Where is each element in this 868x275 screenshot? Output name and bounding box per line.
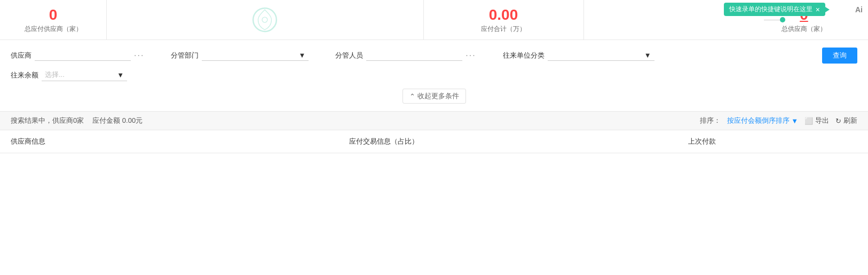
- supplier-input[interactable]: [35, 50, 131, 61]
- refresh-button[interactable]: ↻ 刷新: [835, 116, 857, 125]
- query-button[interactable]: 查询: [822, 48, 857, 64]
- filter-unit-category: 往来单位分类 ▼: [503, 50, 654, 61]
- unit-category-label: 往来单位分类: [503, 51, 545, 60]
- supplier-dots[interactable]: ···: [134, 51, 144, 60]
- collapse-label: 收起更多条件: [417, 91, 459, 101]
- payable-total-label: 应付合计（万）: [481, 25, 526, 34]
- balance-placeholder: 选择...: [45, 70, 65, 80]
- export-button[interactable]: ⬜ 导出: [804, 116, 829, 125]
- collapse-chevron-icon: ⌃: [409, 92, 415, 100]
- balance-label: 往来余额: [11, 70, 38, 80]
- collapse-button[interactable]: ⌃ 收起更多条件: [403, 89, 466, 104]
- svg-point-0: [253, 8, 277, 32]
- col-transaction-header: 应付交易信息（占比）: [349, 137, 688, 146]
- stat-payable-total: 0.00 应付合计（万）: [424, 0, 584, 40]
- results-amount: 应付金额 0.00元: [92, 116, 143, 125]
- results-count: 搜索结果中，供应商0家: [11, 116, 84, 125]
- payable-total-count: 0.00: [489, 6, 518, 24]
- balance-chevron-icon: ▼: [117, 71, 124, 79]
- table-header: 供应商信息 应付交易信息（占比） 上次付款: [0, 130, 868, 153]
- supplier-label: 供应商: [11, 51, 31, 60]
- balance-select[interactable]: 选择... ▼: [42, 69, 127, 81]
- export-label: 导出: [815, 116, 829, 125]
- department-select[interactable]: ▼: [202, 50, 309, 61]
- refresh-icon: ↻: [835, 117, 841, 125]
- sort-prefix: 排序：: [700, 116, 721, 125]
- person-dots[interactable]: ···: [465, 51, 476, 60]
- export-icon: ⬜: [804, 117, 813, 125]
- total-suppliers-count: 0: [49, 6, 58, 24]
- results-bar: 搜索结果中，供应商0家 应付金额 0.00元 排序： 按应付会额倒序排序 ▼ ⬜…: [0, 112, 868, 130]
- unit-category-chevron-icon: ▼: [644, 51, 651, 59]
- department-chevron-icon: ▼: [298, 51, 305, 59]
- filter-row-2: 往来余额 选择... ▼: [11, 69, 857, 81]
- stats-bar: 0 总应付供应商（家） 0.00 应付合计（万） 快速录单的快捷键说明在这里 ×…: [0, 0, 868, 40]
- ai-label: Ai: [855, 5, 863, 14]
- sort-select[interactable]: 按应付会额倒序排序 ▼: [727, 116, 798, 125]
- sort-option-label: 按应付会额倒序排序: [727, 116, 790, 125]
- results-actions: 排序： 按应付会额倒序排序 ▼ ⬜ 导出 ↻ 刷新: [700, 116, 857, 125]
- filter-row-1: 供应商 ··· 分管部门 ▼ 分管人员 ··· 往来单位分类 ▼: [11, 48, 857, 64]
- filter-bar: 供应商 ··· 分管部门 ▼ 分管人员 ··· 往来单位分类 ▼: [0, 40, 868, 112]
- refresh-label: 刷新: [843, 116, 857, 125]
- person-input[interactable]: [366, 50, 462, 61]
- total-suppliers-label: 总应付供应商（家）: [25, 25, 82, 34]
- tooltip-text: 快速录单的快捷键说明在这里: [729, 5, 812, 14]
- person-label: 分管人员: [335, 51, 363, 60]
- all-suppliers-label: 总供应商（家）: [782, 25, 826, 34]
- decorative-icon: [251, 6, 278, 33]
- filter-balance: 往来余额 选择... ▼: [11, 69, 127, 81]
- stat-total-suppliers: 0 总应付供应商（家）: [0, 0, 107, 40]
- filter-person: 分管人员 ···: [335, 50, 476, 61]
- svg-point-1: [262, 17, 267, 22]
- sort-chevron-icon: ▼: [791, 117, 798, 125]
- tooltip-close-button[interactable]: ×: [816, 6, 820, 13]
- department-label: 分管部门: [171, 51, 199, 60]
- col-last-payment-header: 上次付款: [688, 137, 857, 146]
- col-supplier-header: 供应商信息: [11, 137, 349, 146]
- filter-department: 分管部门 ▼: [171, 50, 309, 61]
- stat-icon-middle: [107, 0, 424, 40]
- results-summary: 搜索结果中，供应商0家 应付金额 0.00元: [11, 116, 143, 125]
- filter-supplier: 供应商 ···: [11, 50, 144, 61]
- table-body: [0, 153, 868, 275]
- tooltip-bubble[interactable]: 快速录单的快捷键说明在这里 ×: [724, 3, 825, 16]
- unit-category-select[interactable]: ▼: [548, 50, 654, 61]
